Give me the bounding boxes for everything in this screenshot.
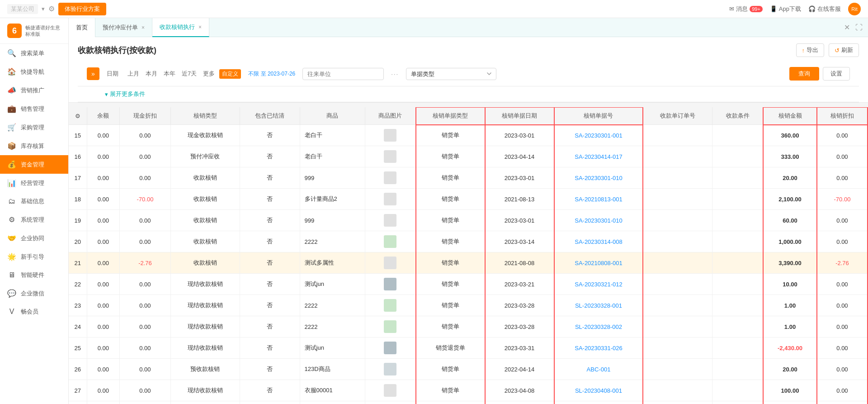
td-writeoff-discount: 0.00	[817, 316, 868, 337]
td-writeoff-bill-no[interactable]: SA-20230301-010	[554, 167, 643, 189]
td-writeoff-bill-no[interactable]: SA-20230314-008	[554, 231, 643, 252]
tab-prepay-label: 预付冲应付单	[103, 24, 138, 32]
td-writeoff-discount: 0.00	[817, 337, 868, 359]
message-icon: ✉	[729, 5, 734, 12]
td-writeoff-bill-no[interactable]: SL-20230418-001	[554, 401, 643, 404]
th-writeoff-bill-date: 核销单据日期	[485, 107, 554, 125]
sidebar-item-quick[interactable]: 🏠 快捷导航	[0, 62, 68, 81]
td-goods: 2222	[300, 401, 365, 404]
td-writeoff-bill-date: 2022-04-14	[485, 359, 554, 380]
sidebar-item-basic[interactable]: 🗂 基础信息	[0, 192, 68, 210]
online-support-btn[interactable]: 🎧 在线客服	[808, 5, 841, 13]
td-writeoff-bill-type: 销货单	[416, 380, 485, 401]
th-settings[interactable]: ⚙	[69, 107, 87, 125]
sidebar-item-search[interactable]: 🔍 搜索菜单	[0, 44, 68, 62]
tab-close-all-icon[interactable]: ✕	[842, 21, 852, 33]
td-receipt-order-no	[643, 380, 712, 401]
company-dropdown-icon[interactable]: ▾	[42, 5, 45, 12]
td-balance: 0.00	[87, 337, 120, 359]
td-writeoff-bill-type: 销货单	[416, 167, 485, 189]
td-balance: 0.00	[87, 274, 120, 295]
sidebar-item-hardware[interactable]: 🖥 智能硬件	[0, 266, 68, 284]
td-writeoff-bill-no[interactable]: SA-20230321-012	[554, 274, 643, 295]
td-goods: 2222	[300, 316, 365, 337]
shortcut-more[interactable]: 更多	[201, 69, 217, 79]
export-btn[interactable]: ↑ 导出	[796, 43, 825, 57]
tab-prepay-close[interactable]: ×	[142, 24, 145, 31]
td-writeoff-bill-no[interactable]: SA-20210813-001	[554, 189, 643, 210]
sidebar-item-sales[interactable]: 💼 销售管理	[0, 100, 68, 118]
sidebar-item-label: 资金管理	[21, 161, 44, 169]
shortcut-7days[interactable]: 近7天	[180, 69, 198, 79]
shortcut-this-year[interactable]: 本年	[162, 69, 177, 79]
query-btn[interactable]: 查询	[789, 67, 819, 81]
sidebar-item-wechat[interactable]: 💬 企业微信	[0, 284, 68, 303]
refresh-btn[interactable]: ↺ 刷新	[829, 43, 859, 57]
tab-receipt[interactable]: 收款核销执行 ×	[152, 18, 209, 37]
td-writeoff-amount: 60.00	[763, 210, 817, 231]
trial-btn[interactable]: 体验行业方案	[58, 3, 106, 15]
td-writeoff-bill-no[interactable]: SL-20230408-001	[554, 380, 643, 401]
shortcut-last-month[interactable]: 上月	[126, 69, 141, 79]
shortcut-this-month[interactable]: 本月	[144, 69, 159, 79]
td-writeoff-bill-no[interactable]: SA-20230414-017	[554, 146, 643, 167]
td-writeoff-bill-type: 销货单	[416, 359, 485, 380]
message-btn[interactable]: ✉ 消息 99+	[729, 5, 763, 13]
sidebar-item-corp[interactable]: 🤝 企业协同	[0, 229, 68, 247]
td-writeoff-bill-date: 2023-03-21	[485, 274, 554, 295]
td-goods-img	[365, 359, 416, 380]
sidebar-item-business[interactable]: 📊 经营管理	[0, 174, 68, 192]
sidebar-item-system[interactable]: ⚙ 系统管理	[0, 210, 68, 229]
user-avatar[interactable]: Rit	[848, 3, 861, 15]
gear-icon: ⚙	[7, 215, 16, 224]
app-download-btn[interactable]: 📱 App下载	[770, 5, 801, 13]
td-writeoff-discount: 0.00	[817, 125, 868, 146]
td-writeoff-type: 收款核销	[170, 189, 240, 210]
sidebar-item-vip[interactable]: V 畅会员	[0, 303, 68, 321]
shortcut-custom[interactable]: 自定义	[219, 69, 241, 79]
filter-toggle-btn[interactable]: »	[87, 67, 99, 80]
td-writeoff-bill-no[interactable]: SA-20230331-026	[554, 337, 643, 359]
sidebar-item-label: 采购管理	[21, 124, 44, 132]
sidebar: 6 畅捷通谱好生意 标准版 🔍 搜索菜单 🏠 快捷导航 📣 营销推广 💼 销售管…	[0, 18, 69, 404]
sidebar-item-finance[interactable]: 💰 资金管理	[0, 155, 68, 174]
td-writeoff-bill-date: 2023-03-14	[485, 231, 554, 252]
sidebar-item-guide[interactable]: 🌟 新手引导	[0, 247, 68, 266]
filter-dots: ···	[391, 71, 399, 77]
td-writeoff-bill-no[interactable]: SA-20210808-001	[554, 252, 643, 274]
sidebar-item-label: 新手引导	[21, 253, 44, 261]
sidebar-item-purchase[interactable]: 🛒 采购管理	[0, 118, 68, 137]
td-receipt-order-no	[643, 316, 712, 337]
td-writeoff-type: 现结收款核销	[170, 316, 240, 337]
from-unit-input[interactable]	[302, 68, 384, 80]
expand-more-btn[interactable]: ▾ 展开更多条件	[105, 90, 850, 98]
settings-btn[interactable]: 设置	[823, 67, 850, 81]
settings-icon[interactable]: ⚙	[48, 5, 55, 13]
tab-home[interactable]: 首页	[69, 18, 95, 37]
tab-receipt-close[interactable]: ×	[198, 24, 202, 30]
td-writeoff-type: 预收款核销	[170, 359, 240, 380]
receipt-type-select[interactable]: 单据类型	[406, 68, 496, 80]
td-include-cleared: 否	[240, 146, 300, 167]
td-receipt-condition	[712, 125, 763, 146]
td-writeoff-type: 现金收款核销	[170, 125, 240, 146]
tab-fullscreen-icon[interactable]: ⛶	[854, 22, 864, 33]
td-include-cleared: 否	[240, 231, 300, 252]
td-writeoff-bill-no[interactable]: SL-20230328-002	[554, 316, 643, 337]
tab-prepay[interactable]: 预付冲应付单 ×	[95, 18, 152, 37]
sidebar-item-label: 基础信息	[21, 197, 44, 205]
support-icon: 🎧	[808, 5, 816, 12]
td-goods-img	[365, 401, 416, 404]
td-writeoff-bill-no[interactable]: SL-20230328-001	[554, 295, 643, 316]
td-receipt-condition	[712, 210, 763, 231]
td-writeoff-bill-no[interactable]: ABC-001	[554, 359, 643, 380]
box-icon: 📦	[7, 142, 16, 150]
sidebar-item-label: 库存核算	[21, 142, 44, 150]
td-writeoff-type: 现结收款核销	[170, 401, 240, 404]
sidebar-item-marketing[interactable]: 📣 营销推广	[0, 81, 68, 100]
td-writeoff-bill-no[interactable]: SA-20230301-001	[554, 125, 643, 146]
td-writeoff-bill-no[interactable]: SA-20230301-010	[554, 210, 643, 231]
td-writeoff-bill-type: 销货单	[416, 274, 485, 295]
td-goods: 2222	[300, 295, 365, 316]
sidebar-item-inventory[interactable]: 📦 库存核算	[0, 137, 68, 155]
